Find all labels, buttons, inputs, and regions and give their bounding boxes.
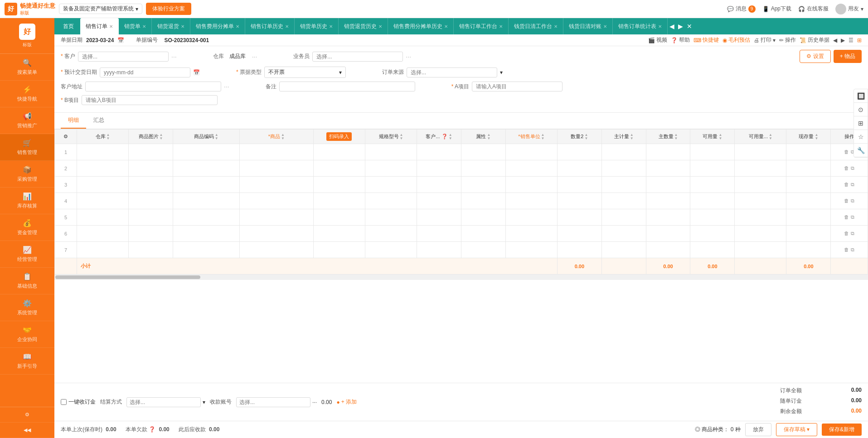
- tab-close-icon[interactable]: ✕: [658, 24, 662, 29]
- messages-button[interactable]: 💬 消息 9: [727, 5, 756, 13]
- sidebar-item-system[interactable]: ⚙️ 系统管理: [0, 294, 54, 321]
- help-button[interactable]: ❓ 帮助: [671, 36, 690, 44]
- operations-button[interactable]: ✏ 操作: [779, 36, 796, 44]
- sidebar-collapse-button[interactable]: ◀◀: [0, 423, 54, 438]
- tab-detail[interactable]: 明细: [61, 113, 86, 129]
- customer-more-icon[interactable]: ···: [171, 53, 177, 60]
- remarks-input[interactable]: [279, 82, 415, 91]
- tab-return-history[interactable]: 销货退货历史 ✕: [339, 18, 388, 34]
- table-view-button[interactable]: ⊞: [857, 37, 862, 43]
- shortcuts-button[interactable]: ⌨ 快捷键: [693, 36, 719, 44]
- sidebar-item-purchase[interactable]: 📦 采购管理: [0, 161, 54, 188]
- tab-close-icon[interactable]: ✕: [499, 24, 503, 29]
- customer-input[interactable]: [78, 52, 169, 62]
- system-selector[interactable]: 装备及固定资产辅助管理系统 ▾: [59, 4, 142, 14]
- tab-daily-reconciliation[interactable]: 钱货日清对账 ✕: [563, 18, 613, 34]
- sidebar-item-inventory[interactable]: 📊 库存核算: [0, 188, 54, 214]
- history-button[interactable]: 📜 历史单据: [800, 36, 829, 44]
- online-support-button[interactable]: 🎧 在线客服: [798, 5, 829, 13]
- warehouse-more-icon[interactable]: ···: [252, 53, 257, 60]
- tab-daily-workbench[interactable]: 钱货日清工作台 ✕: [509, 18, 563, 34]
- tab-menu-button[interactable]: ✕: [685, 23, 694, 30]
- more-icon[interactable]: ···: [312, 399, 317, 405]
- delete-icon[interactable]: 🗑: [844, 231, 849, 236]
- copy-icon[interactable]: ⧉: [851, 198, 854, 203]
- scroll-thumb[interactable]: [55, 275, 200, 279]
- calendar-icon[interactable]: 📅: [193, 69, 200, 76]
- order-source-input[interactable]: [407, 67, 497, 77]
- customer-address-input[interactable]: [85, 82, 221, 91]
- sidebar-item-operations[interactable]: 📈 经营管理: [0, 241, 54, 268]
- tab-close-icon[interactable]: ✕: [142, 24, 146, 29]
- expected-date-input[interactable]: [100, 67, 190, 77]
- delete-icon[interactable]: 🗑: [844, 149, 849, 154]
- one-click-checkbox[interactable]: [61, 399, 67, 405]
- tab-expense-history[interactable]: 销售费用分摊单历史 ✕: [388, 18, 454, 34]
- settings-button[interactable]: ⚙ 设置: [800, 50, 830, 63]
- address-more-icon[interactable]: ···: [224, 83, 229, 90]
- save-new-button[interactable]: 保存&新增: [822, 424, 862, 436]
- right-icon-4[interactable]: ☆: [854, 130, 868, 144]
- print-button[interactable]: 🖨 打印 ▾: [754, 36, 776, 44]
- sidebar-item-marketing[interactable]: 📢 营销推广: [0, 107, 54, 134]
- sidebar-item-sales[interactable]: 🛒 销售管理: [0, 134, 54, 161]
- tab-close-icon[interactable]: ✕: [444, 24, 448, 29]
- add-goods-button[interactable]: + 物品: [834, 50, 862, 63]
- tab-sales-order[interactable]: 销售订单 ✕: [80, 18, 119, 34]
- nav-prev-button[interactable]: ◀: [833, 37, 837, 43]
- salesperson-input[interactable]: [312, 52, 403, 62]
- tab-next-button[interactable]: ▶: [676, 23, 685, 30]
- receipt-no-select[interactable]: [236, 397, 310, 407]
- settings-col-header[interactable]: ⚙: [55, 130, 77, 144]
- tab-close-icon[interactable]: ✕: [236, 24, 239, 29]
- payment-method-select[interactable]: [126, 397, 201, 407]
- help-icon[interactable]: ❓: [149, 426, 155, 433]
- delete-icon[interactable]: 🗑: [844, 182, 849, 187]
- horizontal-scrollbar[interactable]: [54, 274, 868, 280]
- delete-icon[interactable]: 🗑: [844, 214, 849, 220]
- sidebar-item-basics[interactable]: 📋 基础信息: [0, 268, 54, 294]
- copy-icon[interactable]: ⧉: [851, 214, 854, 220]
- right-icon-1[interactable]: 🔲: [854, 89, 868, 103]
- delete-icon[interactable]: 🗑: [844, 165, 849, 171]
- calendar-icon[interactable]: 📅: [117, 37, 124, 43]
- help-icon[interactable]: ◎: [695, 426, 700, 433]
- app-download-button[interactable]: 📱 App下载: [762, 5, 791, 13]
- b-project-input[interactable]: [82, 95, 218, 105]
- tab-close-icon[interactable]: ✕: [554, 24, 558, 29]
- salesperson-more-icon[interactable]: ···: [406, 53, 411, 60]
- user-menu[interactable]: 用友 ▾: [835, 4, 863, 14]
- scan-input-button[interactable]: 扫码录入: [326, 132, 352, 141]
- delete-icon[interactable]: 🗑: [844, 247, 849, 252]
- tab-close-icon[interactable]: ✕: [285, 24, 289, 29]
- tab-sales-invoice[interactable]: 销货单 ✕: [119, 18, 152, 34]
- save-draft-button[interactable]: 保存草稿 ▾: [776, 423, 817, 436]
- add-button[interactable]: ● + 添加: [336, 398, 357, 406]
- right-icon-2[interactable]: ⊙: [854, 103, 868, 116]
- copy-icon[interactable]: ⧉: [851, 165, 854, 171]
- tab-order-stats[interactable]: 销售订单统计表 ✕: [613, 18, 668, 34]
- a-project-input[interactable]: [472, 82, 563, 91]
- invoice-type-select[interactable]: 不开票 ▾: [264, 67, 346, 78]
- sidebar-item-search[interactable]: 🔍 搜索菜单: [0, 54, 54, 81]
- copy-icon[interactable]: ⧉: [851, 247, 854, 252]
- discard-button[interactable]: 放弃: [745, 423, 771, 436]
- tab-sales-return[interactable]: 销货退货 ✕: [152, 18, 190, 34]
- delete-icon[interactable]: 🗑: [844, 198, 849, 203]
- tab-summary[interactable]: 汇总: [86, 113, 112, 129]
- industry-plan-button[interactable]: 体验行业方案: [146, 3, 191, 15]
- sidebar-settings-button[interactable]: ⚙: [0, 407, 54, 423]
- tab-close-icon[interactable]: ✕: [109, 24, 113, 29]
- grid-view-button[interactable]: ☰: [849, 37, 853, 43]
- sidebar-item-finance[interactable]: 💰 资金管理: [0, 214, 54, 241]
- sidebar-item-guide[interactable]: 📖 新手引导: [0, 348, 54, 375]
- one-click-label[interactable]: 一键收订金: [61, 398, 96, 406]
- sidebar-item-collaboration[interactable]: 🤝 企业协同: [0, 321, 54, 348]
- tab-home[interactable]: 首页: [57, 18, 80, 34]
- tab-order-workbench[interactable]: 销售订单工作台 ✕: [454, 18, 509, 34]
- sidebar-item-quick-nav[interactable]: ⚡ 快捷导航: [0, 81, 54, 107]
- copy-icon[interactable]: ⧉: [851, 231, 854, 236]
- right-icon-5[interactable]: 🔧: [854, 144, 868, 157]
- nav-next-button[interactable]: ▶: [841, 37, 845, 43]
- tab-close-icon[interactable]: ✕: [603, 24, 607, 29]
